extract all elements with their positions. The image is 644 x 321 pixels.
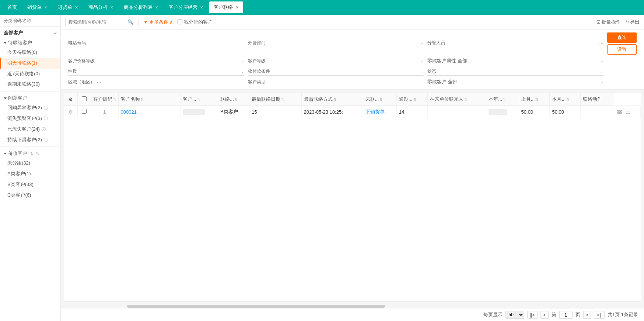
filter-status[interactable]: 状态 ⌄ [427, 68, 603, 76]
filter-price-level[interactable]: 客户价格等级 ⌄ [68, 58, 244, 65]
filter-bar: 🔍 ▼ 更多条件 ∧ 我分管的客户 ☑ 批量操作 ↻ 导出 [61, 15, 644, 30]
chevron-down-icon: ⌄ [600, 80, 603, 84]
sidebar-item-a-class[interactable]: A类客户(1) [0, 169, 60, 179]
help-icon[interactable]: ⓘ [42, 127, 46, 131]
close-icon[interactable]: ✕ [44, 5, 48, 10]
ellipsis-icon[interactable]: ··· [599, 40, 603, 46]
row-checkbox[interactable] [82, 109, 87, 114]
filter-gender[interactable]: 性质 ⌄ [68, 68, 244, 76]
row-checkbox-cell[interactable] [77, 106, 91, 118]
filter-customer-level[interactable]: 客户等级 ⌄ [248, 58, 424, 65]
last-page-btn[interactable]: >∥ [594, 311, 605, 319]
sidebar-all-customers[interactable]: 全部客户 « [0, 27, 60, 38]
division-person-input[interactable] [452, 41, 597, 46]
refresh-icon[interactable]: ↻ [30, 151, 34, 156]
row-last-method[interactable]: 下销货单 [363, 106, 396, 118]
my-customers-checkbox[interactable] [178, 20, 182, 24]
page-number-input[interactable] [559, 311, 573, 319]
search-icon[interactable]: 🔍 [127, 19, 133, 25]
sidebar-item-churned[interactable]: 已流失客户(24) ⓘ [0, 124, 60, 135]
chevron-down-icon: ⌄ [420, 59, 424, 63]
th-uncontacted[interactable]: 未联...⇅ [363, 93, 396, 106]
th-settings[interactable]: ⚙ [64, 93, 77, 106]
nav-item-5[interactable]: 客户联络 ✕ [209, 1, 243, 13]
sidebar-search-input[interactable] [4, 18, 59, 23]
sidebar-item-overdue-pending[interactable]: 逾期未联络(30) [0, 79, 60, 90]
th-related-person[interactable]: 往来单位联系人⇅ [427, 93, 486, 106]
content-area: 🔍 ▼ 更多条件 ∧ 我分管的客户 ☑ 批量操作 ↻ 导出 [61, 15, 644, 321]
horizontal-scrollbar[interactable] [61, 304, 644, 308]
row-type: B类客户 [218, 106, 249, 118]
chevron-down-icon: ⌄ [241, 59, 244, 63]
th-last-date[interactable]: 最后联络日期⇅ [249, 93, 301, 106]
sidebar-item-declining[interactable]: 持续下滑客户(2) ⓘ [0, 135, 60, 145]
sidebar-item-c-class[interactable]: C类客户(6) [0, 190, 60, 201]
nav-home[interactable]: 首页 [3, 1, 21, 13]
first-page-btn[interactable]: ∥< [527, 311, 538, 319]
edit-icon[interactable]: ✎ [36, 151, 39, 156]
th-checkbox[interactable] [77, 93, 91, 106]
th-contact-count[interactable]: 联络...⇅ [218, 93, 249, 106]
sidebar-pending-group[interactable]: 待联络客户 [0, 38, 60, 47]
row-settings[interactable]: ⚙ [64, 106, 77, 118]
collapse-icon[interactable]: « [54, 30, 57, 36]
grid-icon[interactable]: ☷ [626, 109, 630, 115]
th-this-year[interactable]: 本年...⇅ [486, 93, 519, 106]
scrollbar-thumb[interactable] [127, 305, 385, 308]
filter-payment-terms[interactable]: 收付款条件 ⌄ [248, 68, 424, 76]
sidebar-value-group[interactable]: 价值客户 ↻ ✎ [0, 148, 60, 158]
reset-button[interactable]: 设置 [607, 44, 637, 55]
close-icon[interactable]: ✕ [235, 5, 239, 10]
close-icon[interactable]: ✕ [75, 5, 78, 10]
th-overdue[interactable]: 逾期...⇅ [396, 93, 427, 106]
sidebar-item-abnormal[interactable]: 回购异常客户(2) ⓘ [0, 103, 60, 113]
filter-retail-attr[interactable]: 零散客户属性 全部 ⌄ [427, 58, 603, 65]
sidebar-item-ungrouped[interactable]: 未分组(32) [0, 158, 60, 169]
nav-item-1[interactable]: 进货单 ✕ [53, 1, 83, 13]
row-this-month [581, 106, 614, 118]
sidebar-item-today-pending[interactable]: 今天待联络(0) [0, 47, 60, 58]
row-action[interactable]: ☎ ☷ [614, 106, 641, 118]
filter-bar-right: ☑ 批量操作 ↻ 导出 [596, 19, 640, 25]
nav-item-2[interactable]: 商品分析 ✕ [84, 1, 118, 13]
close-icon[interactable]: ✕ [155, 5, 158, 10]
search-input[interactable] [69, 20, 127, 25]
nav-item-4[interactable]: 客户分层经营 ✕ [164, 1, 208, 13]
phone-input[interactable] [92, 41, 244, 46]
sidebar-item-b-class[interactable]: B类客户(33) [0, 179, 60, 190]
close-icon[interactable]: ✕ [200, 5, 203, 10]
table-header-row: ⚙ 客户编码⇅ 客户名称⇅ 客户...⇅ 联络...⇅ 最后联络日期⇅ 最后联络… [64, 93, 641, 106]
filter-division-dept[interactable]: 分管部门 ⌄ [248, 40, 424, 47]
more-conditions-btn[interactable]: ▼ 更多条件 ∧ [143, 19, 173, 25]
help-icon[interactable]: ⓘ [44, 116, 48, 121]
th-code[interactable]: 客户编码⇅ [91, 93, 118, 106]
select-all-checkbox[interactable] [82, 96, 87, 101]
sidebar-item-7day-pending[interactable]: 近7天待联络(0) [0, 69, 60, 79]
th-type[interactable]: 客户...⇅ [180, 93, 218, 106]
th-this-month[interactable]: 本月...⇅ [550, 93, 581, 106]
query-button[interactable]: 查询 [607, 32, 637, 43]
th-last-method[interactable]: 最后联络方式⇅ [301, 93, 363, 106]
sidebar-item-tomorrow-pending[interactable]: 明天待联络(1) [0, 58, 60, 69]
prev-page-btn[interactable]: < [540, 311, 549, 319]
sidebar-item-churn-warning[interactable]: 流失预警客户(3) ⓘ [0, 113, 60, 124]
th-last-month[interactable]: 上月...⇅ [519, 93, 550, 106]
batch-ops-btn[interactable]: ☑ 批量操作 [596, 19, 621, 25]
help-icon[interactable]: ⓘ [44, 138, 48, 142]
filter-retail-customer[interactable]: 零散客户 全部 ⌄ [427, 79, 603, 86]
call-icon[interactable]: ☎ [616, 109, 623, 115]
next-page-btn[interactable]: > [583, 311, 591, 319]
th-name[interactable]: 客户名称⇅ [118, 93, 180, 106]
per-page-select[interactable]: 50 100 200 [505, 311, 524, 319]
help-icon[interactable]: ⓘ [44, 106, 48, 110]
filter-customer-type[interactable]: 客户类型 [248, 79, 424, 86]
nav-item-0[interactable]: 销货单 ✕ [23, 1, 52, 13]
export-btn[interactable]: ↻ 导出 [625, 19, 640, 25]
sidebar-problem-group[interactable]: 问题客户 [0, 93, 60, 103]
my-customers-check[interactable]: 我分管的客户 [178, 19, 213, 25]
nav-item-3[interactable]: 商品分析列表 ✕ [119, 1, 163, 13]
close-icon[interactable]: ✕ [110, 5, 113, 10]
row-code[interactable]: 000021 [118, 106, 180, 118]
table-row: ⚙ 1 000021 B类客户 15 2023-05-23 18:25: 下销货… [64, 106, 641, 118]
ellipsis-icon[interactable]: ··· [97, 79, 101, 85]
